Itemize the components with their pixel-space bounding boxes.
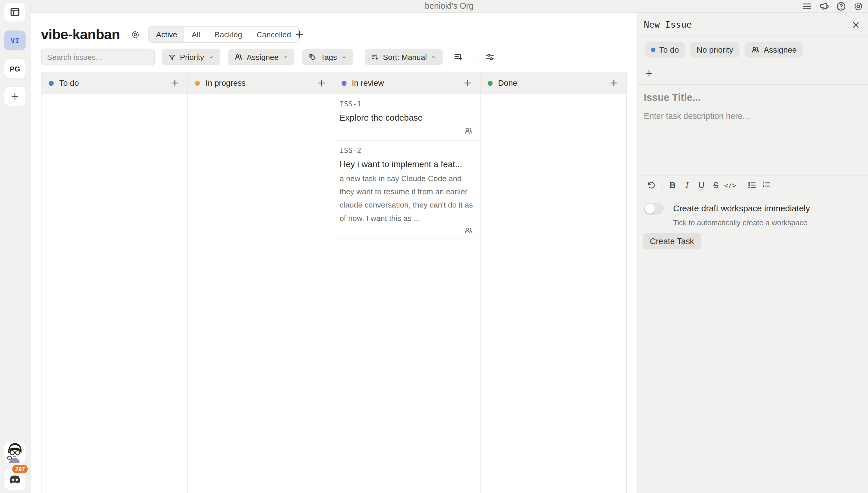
priority-filter-label: Priority	[180, 52, 204, 61]
toggle-knob	[645, 204, 655, 214]
toggle-hint: Tick to automatically create a workspace	[673, 219, 861, 227]
gear-icon	[853, 1, 863, 11]
sort-descending-icon	[454, 52, 463, 62]
column-header: In progress	[188, 72, 333, 94]
column-label: In review	[352, 79, 457, 87]
chevron-down-icon	[341, 54, 347, 60]
add-card-button[interactable]	[463, 78, 473, 88]
underline-button[interactable]: U	[694, 178, 709, 192]
strikethrough-button[interactable]: S	[709, 178, 723, 192]
issue-description-input[interactable]: Enter task description here...	[644, 110, 861, 122]
users-icon	[234, 52, 243, 61]
top-bar: benioid's Org	[0, 0, 868, 13]
undo-button[interactable]	[644, 178, 658, 192]
plus-icon	[10, 91, 20, 101]
sidebar-item-workspace-vi[interactable]: VI	[4, 30, 26, 50]
new-issue-panel: New Issue To do No priority Assignee Iss…	[636, 13, 868, 493]
gear-icon	[131, 30, 140, 39]
settings-button[interactable]	[852, 1, 864, 12]
discord-link[interactable]: 297	[4, 468, 26, 490]
divider	[661, 180, 662, 190]
column-in-review: In review ISS-1 Explore the codebase ISS…	[334, 72, 480, 493]
add-view-button[interactable]	[295, 29, 304, 39]
tab-cancelled[interactable]: Cancelled	[249, 26, 298, 42]
code-button[interactable]: </>	[723, 178, 737, 192]
bullet-list-icon	[747, 180, 756, 190]
add-project-button[interactable]	[4, 86, 26, 106]
column-body	[188, 94, 333, 493]
priority-filter[interactable]: Priority	[161, 49, 220, 65]
sidebar-item-boards[interactable]	[4, 2, 26, 22]
close-panel-button[interactable]	[850, 19, 861, 30]
create-task-button[interactable]: Create Task	[643, 233, 701, 249]
numbered-list-button[interactable]	[759, 178, 774, 192]
bold-button[interactable]: B	[666, 178, 680, 192]
workspace-initials: VI	[11, 36, 20, 45]
divider	[474, 50, 474, 64]
layout-icon	[9, 7, 20, 18]
sidebar: VI PG	[0, 0, 30, 493]
column-label: To do	[59, 79, 165, 87]
tags-filter-label: Tags	[321, 52, 337, 61]
plus-icon	[295, 29, 304, 39]
column-body	[480, 94, 626, 493]
sort-direction-button[interactable]	[452, 50, 465, 64]
panel-title: New Issue	[644, 20, 850, 30]
issue-id: ISS-1	[340, 100, 474, 108]
chevron-down-icon	[282, 54, 288, 60]
org-title: benioid's Org	[30, 0, 868, 12]
status-dot-todo	[49, 81, 54, 85]
tab-active[interactable]: Active	[149, 26, 184, 42]
tags-filter[interactable]: Tags	[302, 49, 353, 65]
avatar-image	[4, 441, 25, 463]
add-property-button[interactable]	[645, 65, 660, 81]
display-options-button[interactable]	[483, 50, 497, 64]
help-button[interactable]	[836, 1, 846, 12]
announcements-button[interactable]	[818, 1, 829, 12]
tab-all[interactable]: All	[184, 26, 207, 42]
column-todo: To do	[42, 72, 188, 493]
assignee-chip-label: Assignee	[764, 45, 797, 54]
status-chip[interactable]: To do	[645, 42, 685, 58]
kanban-board: To do In progress In review	[41, 72, 627, 493]
assignee-filter[interactable]: Assignee	[228, 49, 295, 65]
issue-title-input[interactable]: Issue Title...	[644, 90, 861, 105]
user-avatar[interactable]	[4, 441, 26, 463]
issue-title: Hey i want to implement a feat...	[340, 159, 474, 169]
draft-workspace-toggle[interactable]	[644, 202, 664, 215]
divider	[637, 84, 868, 85]
panel-header: New Issue	[637, 13, 868, 37]
add-card-button[interactable]	[170, 78, 180, 88]
issue-card[interactable]: ISS-1 Explore the codebase	[334, 94, 480, 141]
column-done: Done	[480, 72, 626, 493]
chevron-down-icon	[431, 54, 437, 60]
sort-control[interactable]: Sort: Manual	[365, 49, 443, 65]
tab-backlog[interactable]: Backlog	[208, 26, 249, 42]
card-footer	[340, 225, 474, 236]
editor-toolbar: B I U S </>	[637, 175, 868, 195]
priority-chip[interactable]: No priority	[691, 42, 739, 58]
toggle-label: Create draft workspace immediately	[673, 204, 810, 214]
column-body: ISS-1 Explore the codebase ISS-2 Hey i w…	[334, 94, 480, 493]
menu-button[interactable]	[801, 1, 812, 12]
search-input[interactable]	[41, 49, 155, 65]
add-card-button[interactable]	[316, 78, 326, 88]
column-in-progress: In progress	[188, 72, 334, 493]
issue-card[interactable]: ISS-2 Hey i want to implement a feat... …	[334, 141, 480, 240]
add-card-button[interactable]	[609, 78, 619, 88]
column-label: Done	[498, 79, 603, 87]
issue-title: Explore the codebase	[340, 113, 474, 123]
megaphone-icon	[819, 1, 829, 11]
chevron-down-icon	[208, 54, 214, 60]
assignee-filter-label: Assignee	[246, 52, 279, 61]
issue-description: a new task in say Claude Code and they w…	[340, 172, 474, 225]
column-label: In progress	[205, 79, 311, 87]
project-settings-button[interactable]	[131, 30, 140, 39]
assignee-chip[interactable]: Assignee	[745, 42, 803, 58]
main-content: vibe-kanban Active All Backlog Cancelled…	[31, 13, 636, 493]
undo-icon	[646, 180, 655, 190]
sidebar-item-project-pg[interactable]: PG	[4, 59, 26, 79]
assignees-icon	[464, 226, 473, 235]
bullet-list-button[interactable]	[744, 178, 759, 192]
italic-button[interactable]: I	[680, 178, 694, 192]
